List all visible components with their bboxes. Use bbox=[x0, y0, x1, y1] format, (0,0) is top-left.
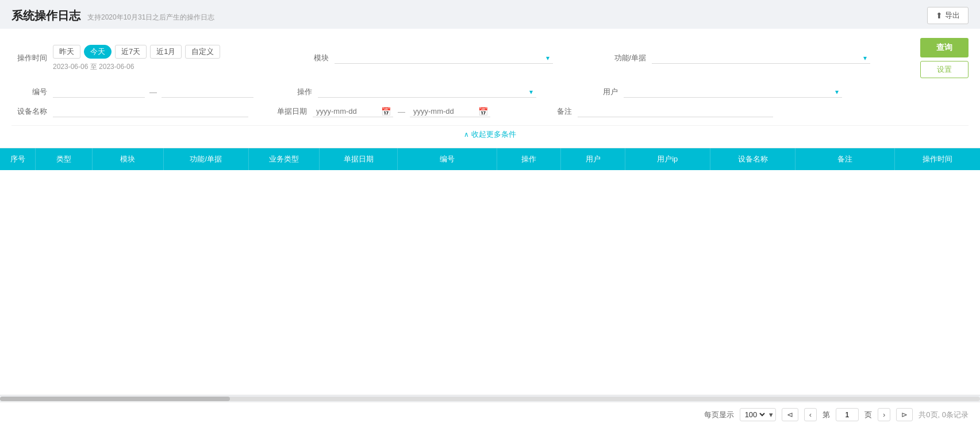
time-btn-yesterday[interactable]: 昨天 bbox=[53, 45, 80, 59]
time-label: 操作时间 bbox=[11, 53, 53, 63]
user-filter-item: 用户 ▾ bbox=[582, 86, 842, 98]
page-number-input[interactable] bbox=[836, 408, 859, 421]
user-select-wrapper: ▾ bbox=[624, 86, 842, 98]
code-label: 编号 bbox=[11, 87, 53, 97]
col-func: 功能/单据 bbox=[163, 148, 248, 170]
page-header: 系统操作日志 支持2020年10月31日之后产生的操作日志 ⬆ 导出 bbox=[0, 0, 980, 29]
operation-select-wrapper: ▾ bbox=[318, 86, 536, 98]
func-filter-item: 功能/单据 ▾ bbox=[610, 52, 870, 64]
func-label: 功能/单据 bbox=[610, 53, 652, 63]
device-filter-item: 设备名称 bbox=[11, 106, 248, 117]
scrollbar-area[interactable] bbox=[0, 395, 980, 402]
page-label: 第 bbox=[823, 410, 830, 420]
time-btn-custom[interactable]: 自定义 bbox=[185, 45, 220, 59]
table-wrapper: 序号 类型 模块 功能/单据 业务类型 单据日期 编号 操作 用户 用户ip 设… bbox=[0, 148, 980, 395]
remark-label: 备注 bbox=[536, 106, 578, 117]
page-subtitle: 支持2020年10月31日之后产生的操作日志 bbox=[87, 13, 214, 22]
col-biz: 业务类型 bbox=[248, 148, 320, 170]
time-buttons: 昨天 今天 近7天 近1月 自定义 bbox=[53, 45, 220, 59]
remark-filter-item: 备注 bbox=[536, 106, 773, 117]
filter-row-1: 操作时间 昨天 今天 近7天 近1月 自定义 2023-06-06 至 2023… bbox=[11, 38, 969, 78]
time-range-display: 2023-06-06 至 2023-06-06 bbox=[53, 62, 220, 72]
export-button[interactable]: ⬆ 导出 bbox=[927, 7, 969, 24]
operation-label: 操作 bbox=[276, 87, 318, 97]
page-title: 系统操作日志 bbox=[11, 8, 80, 24]
col-operation: 操作 bbox=[497, 148, 561, 170]
doc-date-label: 单据日期 bbox=[271, 106, 313, 117]
pagination-bar: 每页显示 50 100 200 ▾ ⊲ ‹ 第 页 › ⊳ 共0页, 0条记录 bbox=[0, 402, 980, 427]
col-seq: 序号 bbox=[0, 148, 36, 170]
time-btn-7days[interactable]: 近7天 bbox=[115, 45, 147, 59]
doc-date-filter-item: 单据日期 📅 — 📅 bbox=[271, 106, 490, 117]
filter-row-2: 编号 — 操作 ▾ 用户 bbox=[11, 86, 969, 98]
col-type: 类型 bbox=[36, 148, 93, 170]
time-filter-group: 昨天 今天 近7天 近1月 自定义 2023-06-06 至 2023-06-0… bbox=[53, 45, 220, 72]
code-separator: — bbox=[149, 88, 157, 97]
code-filter-item: 编号 — bbox=[11, 86, 253, 98]
func-select-wrapper: ▾ bbox=[652, 52, 870, 64]
operation-filter-item: 操作 ▾ bbox=[276, 86, 536, 98]
module-label: 模块 bbox=[293, 53, 335, 63]
device-input[interactable] bbox=[53, 106, 248, 117]
module-select-wrapper: ▾ bbox=[335, 52, 553, 64]
col-user-ip: 用户ip bbox=[625, 148, 710, 170]
collapse-label: 收起更多条件 bbox=[471, 129, 516, 140]
module-filter-item: 模块 ▾ bbox=[293, 52, 553, 64]
user-select[interactable] bbox=[624, 86, 842, 97]
pagination-first-button[interactable]: ⊲ bbox=[782, 408, 798, 421]
pagination-prev-button[interactable]: ‹ bbox=[804, 408, 817, 421]
table-header-row: 序号 类型 模块 功能/单据 业务类型 单据日期 编号 操作 用户 用户ip 设… bbox=[0, 148, 980, 170]
header-left: 系统操作日志 支持2020年10月31日之后产生的操作日志 bbox=[11, 8, 214, 24]
filter-area: 操作时间 昨天 今天 近7天 近1月 自定义 2023-06-06 至 2023… bbox=[0, 29, 980, 148]
query-button[interactable]: 查询 bbox=[920, 38, 969, 57]
doc-date-to-wrapper: 📅 bbox=[410, 106, 490, 117]
per-page-select-wrapper[interactable]: 50 100 200 ▾ bbox=[740, 408, 776, 421]
col-device: 设备名称 bbox=[710, 148, 795, 170]
page-suffix: 页 bbox=[864, 410, 872, 420]
device-label: 设备名称 bbox=[11, 106, 53, 117]
operation-select[interactable] bbox=[318, 86, 536, 97]
table-header: 序号 类型 模块 功能/单据 业务类型 单据日期 编号 操作 用户 用户ip 设… bbox=[0, 148, 980, 170]
per-page-chevron-icon: ▾ bbox=[769, 410, 773, 419]
func-select[interactable] bbox=[652, 52, 870, 63]
export-icon: ⬆ bbox=[936, 11, 943, 20]
col-doc-date: 单据日期 bbox=[320, 148, 398, 170]
doc-date-from-wrapper: 📅 bbox=[313, 106, 393, 117]
total-info: 共0页, 0条记录 bbox=[918, 410, 969, 420]
col-op-time: 操作时间 bbox=[895, 148, 980, 170]
col-code: 编号 bbox=[398, 148, 497, 170]
per-page-select[interactable]: 50 100 200 bbox=[743, 410, 767, 420]
settings-button[interactable]: 设置 bbox=[920, 61, 969, 78]
collapse-icon: ∧ bbox=[464, 130, 469, 139]
collapse-bar[interactable]: ∧ 收起更多条件 bbox=[11, 125, 969, 142]
per-page-label: 每页显示 bbox=[704, 410, 734, 420]
col-module: 模块 bbox=[93, 148, 164, 170]
col-user: 用户 bbox=[561, 148, 625, 170]
module-select[interactable] bbox=[335, 52, 553, 63]
export-label: 导出 bbox=[945, 10, 960, 21]
time-btn-1month[interactable]: 近1月 bbox=[150, 45, 182, 59]
time-btn-today[interactable]: 今天 bbox=[84, 45, 112, 59]
scrollbar-thumb[interactable] bbox=[0, 397, 230, 401]
calendar-from-icon[interactable]: 📅 bbox=[381, 107, 391, 116]
data-table: 序号 类型 模块 功能/单据 业务类型 单据日期 编号 操作 用户 用户ip 设… bbox=[0, 148, 980, 170]
pagination-next-button[interactable]: › bbox=[878, 408, 890, 421]
time-filter-item: 操作时间 昨天 今天 近7天 近1月 自定义 2023-06-06 至 2023… bbox=[11, 45, 220, 72]
col-remark: 备注 bbox=[795, 148, 895, 170]
pagination-last-button[interactable]: ⊳ bbox=[896, 408, 913, 421]
filter-row-3: 设备名称 单据日期 📅 — 📅 备注 bbox=[11, 106, 969, 117]
code-input-to[interactable] bbox=[162, 86, 253, 98]
scrollbar-track bbox=[0, 397, 980, 401]
action-buttons: 查询 设置 bbox=[920, 38, 969, 78]
code-input-from[interactable] bbox=[53, 86, 145, 98]
remark-input[interactable] bbox=[578, 106, 773, 117]
user-label: 用户 bbox=[582, 87, 624, 97]
calendar-to-icon[interactable]: 📅 bbox=[478, 107, 488, 116]
doc-date-separator: — bbox=[398, 107, 405, 116]
